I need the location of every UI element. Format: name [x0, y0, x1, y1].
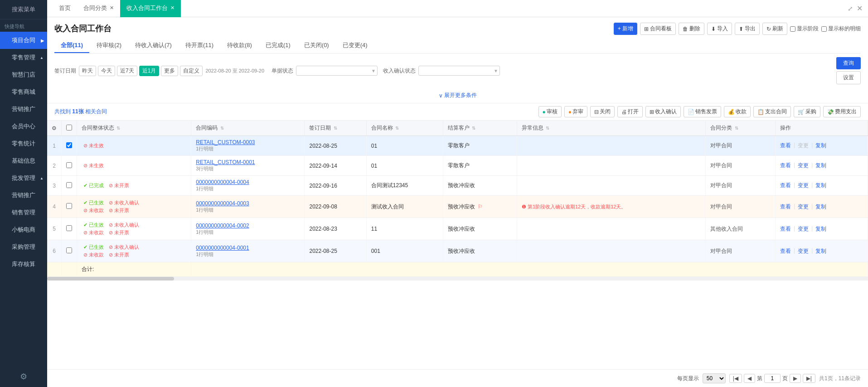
scrollbar-x[interactable]	[47, 277, 868, 281]
delete-button[interactable]: 🗑 删除	[679, 23, 704, 35]
filter-tab-changed[interactable]: 已变更(4)	[336, 39, 374, 53]
fee-out-button[interactable]: 💸 费用支出	[823, 106, 861, 117]
scrollbar-thumb[interactable]	[47, 277, 174, 281]
close-contract-category-tab[interactable]: ✕	[110, 5, 114, 11]
filter-tab-pending-audit[interactable]: 待审核(2)	[90, 39, 128, 53]
contract-code-link[interactable]: RETAIL_CUSTOM-0003	[196, 139, 255, 145]
copy-btn[interactable]: 复制	[815, 182, 826, 189]
next-page-btn[interactable]: ▶	[790, 374, 801, 383]
change-btn[interactable]: 变更	[798, 162, 809, 169]
date-btn-yesterday[interactable]: 昨天	[79, 66, 96, 76]
sidebar-item-marketing2[interactable]: 营销推广	[0, 187, 47, 204]
row-check[interactable]	[62, 240, 77, 262]
row-check[interactable]	[62, 196, 77, 218]
sidebar-item-purchase-mgmt[interactable]: 采购管理	[0, 238, 47, 256]
sidebar-item-sales-mgmt[interactable]: 销售管理	[0, 204, 47, 221]
sidebar-item-smart-store[interactable]: 智慧门店	[0, 66, 47, 83]
select-all-checkbox[interactable]	[66, 125, 72, 131]
change-btn[interactable]: 变更	[798, 182, 809, 189]
collection-button[interactable]: 💰 收款	[724, 106, 751, 117]
page-size-select[interactable]: 50 10 20 100	[703, 373, 726, 383]
sort-icon[interactable]: ⇅	[220, 126, 224, 131]
sidebar-item-member[interactable]: 会员中心	[0, 118, 47, 135]
date-btn-custom[interactable]: 自定义	[180, 66, 203, 76]
change-btn[interactable]: 变更	[798, 203, 809, 211]
row-check[interactable]	[62, 176, 77, 196]
sort-icon[interactable]: ⇅	[472, 126, 475, 131]
date-btn-more[interactable]: 更多	[161, 66, 178, 76]
income-confirm-select[interactable]	[418, 66, 500, 76]
filter-tab-all[interactable]: 全部(11)	[54, 39, 89, 53]
copy-btn[interactable]: 复制	[815, 142, 826, 150]
copy-btn[interactable]: 复制	[815, 247, 826, 255]
date-btn-7days[interactable]: 近7天	[117, 66, 137, 76]
income-confirm-button[interactable]: ⊞ 收入确认	[645, 106, 681, 117]
view-btn[interactable]: 查看	[780, 162, 791, 169]
change-btn[interactable]: 变更	[798, 225, 809, 233]
close-icon[interactable]: ✕	[857, 4, 863, 13]
filter-tab-completed[interactable]: 已完成(1)	[259, 39, 297, 53]
row-check[interactable]	[62, 218, 77, 240]
contract-code-link[interactable]: 0000000000004-0003	[196, 200, 249, 207]
show-stage-checkbox[interactable]: 显示阶段	[790, 25, 819, 33]
sidebar-search[interactable]: 搜索菜单	[0, 0, 47, 19]
filter-tab-pending-invoice[interactable]: 待开票(11)	[179, 39, 220, 53]
contract-code-link[interactable]: RETAIL_CUSTOM-0001	[196, 159, 255, 165]
date-btn-today[interactable]: 今天	[98, 66, 115, 76]
abandon-button[interactable]: ● 弃审	[564, 106, 587, 117]
sort-icon[interactable]: ⇅	[116, 126, 120, 131]
sidebar-item-retail-shop[interactable]: 零售商城	[0, 83, 47, 101]
page-input[interactable]	[764, 374, 781, 383]
view-btn[interactable]: 查看	[780, 142, 791, 150]
resize-icon[interactable]: ⤢	[848, 5, 853, 12]
sidebar-item-basic-info[interactable]: 基础信息	[0, 152, 47, 169]
set-button[interactable]: 设置	[836, 71, 861, 84]
th-gear[interactable]: ⚙	[47, 121, 62, 136]
copy-btn[interactable]: 复制	[815, 225, 826, 233]
sales-invoice-button[interactable]: 📄 销售发票	[684, 106, 721, 117]
close-action-button[interactable]: ⊟ 关闭	[590, 106, 615, 117]
view-btn[interactable]: 查看	[780, 203, 791, 211]
filter-tab-closed[interactable]: 已关闭(0)	[298, 39, 335, 53]
copy-btn[interactable]: 复制	[815, 203, 826, 211]
contract-code-link[interactable]: 0000000000004-0001	[196, 245, 249, 251]
row-check[interactable]	[62, 156, 77, 176]
first-page-btn[interactable]: |◀	[729, 374, 742, 383]
contract-code-link[interactable]: 0000000000004-0002	[196, 223, 249, 229]
export-button[interactable]: ⬆ 导出	[735, 23, 760, 35]
expand-more-btn[interactable]: ∨ 展开更多条件	[439, 92, 477, 99]
sort-icon[interactable]: ⇅	[735, 126, 738, 131]
import-button[interactable]: ⬇ 导入	[707, 23, 732, 35]
th-check[interactable]	[62, 121, 77, 136]
filter-tab-pending-collection[interactable]: 待收款(8)	[221, 39, 258, 53]
tab-income-workbench[interactable]: 收入合同工作台 ✕	[120, 0, 181, 17]
close-income-workbench-tab[interactable]: ✕	[170, 5, 175, 11]
prev-page-btn[interactable]: ◀	[744, 374, 755, 383]
sidebar-item-xiaochangec[interactable]: 小畅电商	[0, 221, 47, 238]
purchase-button[interactable]: 🛒 采购	[794, 106, 820, 117]
refresh-button[interactable]: ↻ 刷新	[762, 23, 787, 35]
filter-tab-pending-income-confirm[interactable]: 待收入确认(7)	[129, 39, 178, 53]
view-btn[interactable]: 查看	[780, 225, 791, 233]
sort-icon[interactable]: ⇅	[334, 126, 337, 131]
row-check[interactable]	[62, 136, 77, 156]
tab-contract-category[interactable]: 合同分类 ✕	[77, 0, 120, 17]
sidebar-item-marketing[interactable]: 营销推广	[0, 101, 47, 118]
sort-icon[interactable]: ⇅	[546, 126, 549, 131]
copy-btn[interactable]: 复制	[815, 162, 826, 169]
view-btn[interactable]: 查看	[780, 182, 791, 189]
sidebar-item-project[interactable]: 项目合同 ▶	[0, 32, 47, 49]
doc-status-select[interactable]	[296, 66, 378, 76]
sort-icon[interactable]: ⇅	[395, 126, 399, 131]
audit-button[interactable]: ● 审核	[538, 106, 562, 117]
show-detail-checkbox[interactable]: 显示标的明细	[821, 25, 861, 33]
date-btn-1month[interactable]: 近1月	[139, 66, 160, 76]
sidebar-item-inventory[interactable]: 库存核算	[0, 256, 47, 273]
tab-home[interactable]: 首页	[53, 0, 77, 17]
expense-out-button[interactable]: 📋 支出合同	[753, 106, 791, 117]
sidebar-item-wholesale-mgmt[interactable]: 批发管理	[0, 169, 47, 187]
view-btn[interactable]: 查看	[780, 247, 791, 255]
print-button[interactable]: 🖨 打开	[617, 106, 643, 117]
sidebar-item-retail-mgmt[interactable]: 零售管理	[0, 49, 47, 66]
sidebar-item-retail-stats[interactable]: 零售统计	[0, 135, 47, 152]
